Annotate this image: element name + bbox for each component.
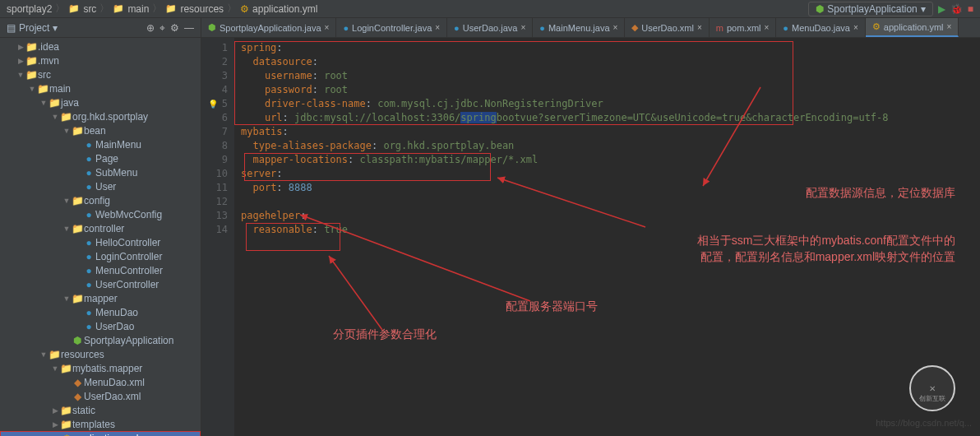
- editor-tab-UserDao-java[interactable]: ●UserDao.java×: [447, 18, 533, 37]
- code-line[interactable]: url: jdbc:mysql://localhost:3306/springb…: [241, 111, 980, 125]
- tree-item-UserController[interactable]: ●UserController: [0, 277, 201, 291]
- editor-tab-pom-xml[interactable]: mpom.xml×: [710, 18, 777, 37]
- tree-item-MenuController[interactable]: ●MenuController: [0, 263, 201, 277]
- tree-item-java[interactable]: ▼📁java: [0, 95, 201, 109]
- editor-area: ⬢SportplayApplication.java×●LoginControl…: [201, 18, 980, 436]
- gutter-line: 10: [201, 167, 228, 181]
- breadcrumb-sep: 〉: [55, 2, 65, 16]
- tree-item-HelloController[interactable]: ●HelloController: [0, 235, 201, 249]
- tree-item-Page[interactable]: ●Page: [0, 151, 201, 165]
- code-line[interactable]: driver-class-name: com.mysql.cj.jdbc.Non…: [241, 97, 980, 111]
- breadcrumb-sep: 〉: [99, 2, 109, 16]
- gutter-line: 9: [201, 153, 228, 167]
- tab-close-icon[interactable]: ×: [853, 23, 858, 32]
- tree-item--idea[interactable]: ▶📁.idea: [0, 39, 201, 53]
- editor-tab-SportplayApplication-java[interactable]: ⬢SportplayApplication.java×: [201, 18, 336, 37]
- dropdown-icon: ▾: [921, 3, 926, 15]
- editor-tab-application-yml[interactable]: ⚙application.yml×: [866, 18, 959, 37]
- gutter-line: 2: [201, 55, 228, 69]
- select-opened-icon[interactable]: ⌖: [159, 22, 165, 34]
- gutter-line: 12: [201, 195, 228, 209]
- breadcrumb-item[interactable]: 📁main: [113, 3, 149, 15]
- tree-item-main[interactable]: ▼📁main: [0, 81, 201, 95]
- hide-icon[interactable]: —: [184, 22, 194, 34]
- dropdown-icon[interactable]: ▾: [53, 22, 58, 34]
- breadcrumb-bar: sportplay2 〉 📁src 〉 📁main 〉 📁resources 〉…: [0, 0, 980, 18]
- collapse-icon[interactable]: ⊕: [146, 22, 155, 34]
- gutter-line: 14: [201, 223, 228, 237]
- tree-item-mybatis-mapper[interactable]: ▼📁mybatis.mapper: [0, 361, 201, 375]
- gutter-line: 7: [201, 125, 228, 139]
- stop-button[interactable]: ■: [968, 3, 973, 15]
- tree-item-application-yml[interactable]: ⚙application.yml: [0, 431, 201, 436]
- settings-icon[interactable]: ⚙: [170, 22, 179, 34]
- code-line[interactable]: spring:: [241, 41, 980, 55]
- tree-item-static[interactable]: ▶📁static: [0, 403, 201, 417]
- breadcrumb-item[interactable]: 📁resources: [165, 3, 224, 15]
- tree-item-MenuDao-xml[interactable]: ◆MenuDao.xml: [0, 375, 201, 389]
- gutter: 1234567891011121314: [201, 38, 234, 436]
- url-watermark: https://blog.csdn.net/q...: [876, 418, 972, 428]
- tree-item-WebMvcConfig[interactable]: ●WebMvcConfig: [0, 207, 201, 221]
- code-line[interactable]: datasource:: [241, 55, 980, 69]
- tree-item-src[interactable]: ▼📁src: [0, 67, 201, 81]
- tab-close-icon[interactable]: ×: [947, 22, 952, 31]
- tab-close-icon[interactable]: ×: [520, 23, 525, 32]
- tree-item-SubMenu[interactable]: ●SubMenu: [0, 165, 201, 179]
- editor-tab-UserDao-xml[interactable]: ◆UserDao.xml×: [625, 18, 709, 37]
- tree-item-User[interactable]: ●User: [0, 179, 201, 193]
- editor-tab-MainMenu-java[interactable]: ●MainMenu.java×: [533, 18, 625, 37]
- breadcrumb-item[interactable]: sportplay2: [7, 3, 52, 15]
- panel-title: Project: [19, 22, 49, 34]
- tree-item-resources[interactable]: ▼📁resources: [0, 347, 201, 361]
- breadcrumb-item[interactable]: ⚙application.yml: [240, 3, 317, 15]
- editor-tabs: ⬢SportplayApplication.java×●LoginControl…: [201, 18, 980, 38]
- code-line[interactable]: mybatis:: [241, 125, 980, 139]
- tree-item--mvn[interactable]: ▶📁.mvn: [0, 53, 201, 67]
- code-content[interactable]: spring: datasource: username: root passw…: [234, 38, 980, 436]
- spring-icon: ⬢: [816, 3, 824, 15]
- tab-close-icon[interactable]: ×: [697, 23, 702, 32]
- code-line[interactable]: type-aliases-package: org.hkd.sportplay.…: [241, 139, 980, 153]
- code-area[interactable]: 1234567891011121314 spring: datasource: …: [201, 38, 980, 436]
- gutter-line: 3: [201, 69, 228, 83]
- code-line[interactable]: mapper-locations: classpath:mybatis/mapp…: [241, 153, 980, 167]
- code-line[interactable]: reasonable: true: [241, 223, 980, 237]
- tree-item-config[interactable]: ▼📁config: [0, 193, 201, 207]
- tree-item-mapper[interactable]: ▼📁mapper: [0, 291, 201, 305]
- tab-close-icon[interactable]: ×: [765, 23, 770, 32]
- run-button[interactable]: ▶: [938, 3, 945, 15]
- editor-tab-LoginController-java[interactable]: ●LoginController.java×: [336, 18, 447, 37]
- tab-close-icon[interactable]: ×: [613, 23, 618, 32]
- tab-close-icon[interactable]: ×: [435, 23, 440, 32]
- tree-item-bean[interactable]: ▼📁bean: [0, 123, 201, 137]
- gutter-line: 1: [201, 41, 228, 55]
- breadcrumb-sep: 〉: [227, 2, 237, 16]
- code-line[interactable]: server:: [241, 167, 980, 181]
- code-line[interactable]: port: 8888: [241, 181, 980, 195]
- breadcrumb-item[interactable]: 📁src: [68, 3, 96, 15]
- editor-tab-MenuDao-java[interactable]: ●MenuDao.java×: [776, 18, 865, 37]
- tree-item-LoginController[interactable]: ●LoginController: [0, 249, 201, 263]
- project-tree[interactable]: ▶📁.idea▶📁.mvn▼📁src▼📁main▼📁java▼📁org.hkd.…: [0, 38, 201, 436]
- gutter-line: 11: [201, 181, 228, 195]
- code-line[interactable]: [241, 195, 980, 209]
- tab-close-icon[interactable]: ×: [325, 23, 330, 32]
- code-line[interactable]: username: root: [241, 69, 980, 83]
- gutter-line: 8: [201, 139, 228, 153]
- code-line[interactable]: pagehelper:: [241, 209, 980, 223]
- tree-item-SportplayApplication[interactable]: ⬢SportplayApplication: [0, 333, 201, 347]
- tree-item-org-hkd-sportplay[interactable]: ▼📁org.hkd.sportplay: [0, 109, 201, 123]
- gutter-line: 4: [201, 83, 228, 97]
- tree-item-templates[interactable]: ▶📁templates: [0, 417, 201, 431]
- debug-button[interactable]: 🐞: [950, 3, 963, 15]
- tree-item-MainMenu[interactable]: ●MainMenu: [0, 137, 201, 151]
- code-line[interactable]: password: root: [241, 83, 980, 97]
- run-toolbar: ⬢ SportplayApplication ▾ ▶ 🐞 ■: [808, 2, 973, 16]
- tree-item-MenuDao[interactable]: ●MenuDao: [0, 305, 201, 319]
- tree-item-UserDao-xml[interactable]: ◆UserDao.xml: [0, 389, 201, 403]
- project-panel: ▤ Project ▾ ⊕ ⌖ ⚙ — ▶📁.idea▶📁.mvn▼📁src▼📁…: [0, 18, 201, 436]
- tree-item-UserDao[interactable]: ●UserDao: [0, 319, 201, 333]
- run-config-selector[interactable]: ⬢ SportplayApplication ▾: [808, 2, 932, 16]
- tree-item-controller[interactable]: ▼📁controller: [0, 221, 201, 235]
